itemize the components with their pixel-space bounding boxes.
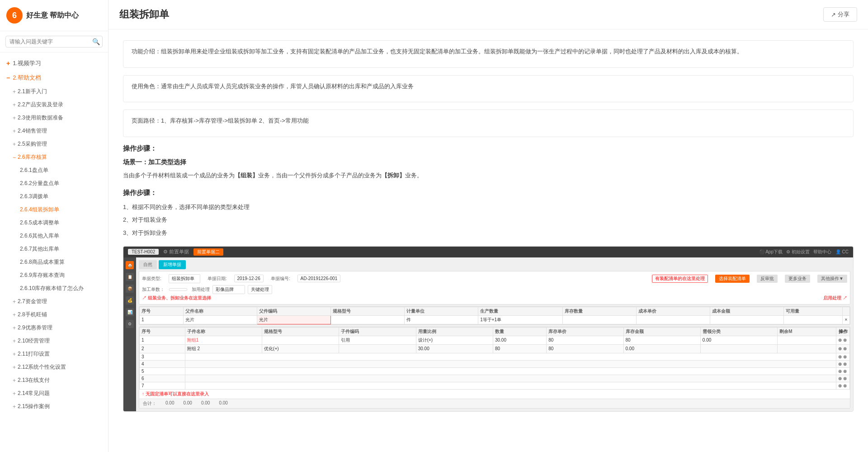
sidebar-item-262[interactable]: 2.6.2分量盘点单 — [0, 177, 108, 190]
screenshot-r2-4-ops: ⊕ ⊗ — [836, 360, 850, 367]
sidebar-item-sales-label: 2.4销售管理 — [18, 127, 47, 135]
screenshot-r2-1-ops: ⊕ ⊗ — [836, 336, 850, 344]
main-header: 组装拆卸单 ↗ 分享 — [108, 0, 868, 29]
screenshot-toolbar: ⚙ 前置单据 — [163, 248, 189, 255]
sidebar-item-cases[interactable]: + 2.15操作案例 — [0, 400, 108, 413]
sidebar-item-personalize[interactable]: + 2.12系统个性化设置 — [0, 361, 108, 374]
sidebar-item-install[interactable]: + 2.2产品安装及登录 — [0, 98, 108, 111]
screenshot-th2-price: 库存单价 — [547, 327, 623, 336]
logo-icon: 6 — [6, 7, 23, 24]
sidebar-item-263[interactable]: 2.6.3调拨单 — [0, 190, 108, 203]
role-intro-text: 使用角色：通常由生产人员或库管人员完成拆装业务的操作，库管人员确认原材料的出库和… — [132, 81, 845, 92]
scene-desc: 当由多个子件材料组装成一个成品的业务为【组装】业务，当由一个父件拆分成多个子产品… — [123, 170, 854, 181]
sidebar-item-262-label: 2.6.2分量盘点单 — [20, 180, 59, 187]
sidebar-item-faq-label: 2.14常见问题 — [18, 390, 50, 397]
screenshot-total-label: 合计： — [143, 400, 156, 407]
screenshot-r2-2-qty: 80 — [493, 344, 546, 353]
screenshot-r2-3-ops: ⊕ ⊗ — [836, 353, 850, 360]
sidebar-item-267[interactable]: 2.6.7其他出库单 — [0, 243, 108, 256]
screenshot-count-label: 加工单数： — [142, 286, 165, 293]
sidebar-item-264-label: 2.6.4组装拆卸单 — [20, 206, 59, 214]
screenshot-r2-6-seq: 6 — [140, 375, 185, 382]
screenshot-r2-1-spec — [262, 336, 339, 344]
screenshot-count-val — [169, 288, 187, 291]
screenshot-r2-2-name: 附组 2 — [185, 344, 262, 353]
sidebar-item-269-label: 2.6.9库存账本查询 — [20, 271, 65, 279]
sidebar-item-inventory-label: 2.6库存核算 — [18, 153, 47, 161]
sidebar-item-inventory[interactable]: − 2.6库存核算 — [0, 151, 108, 164]
sidebar-item-finance[interactable]: + 2.7资金管理 — [0, 295, 108, 308]
screenshot-total-val2: 0.00 — [183, 400, 192, 407]
screenshot-r2-2-seq: 2 — [140, 344, 185, 353]
sidebar-item-mobile[interactable]: + 2.8手机旺铺 — [0, 308, 108, 321]
screenshot-th-unit1: 计量单位 — [405, 307, 478, 315]
sidebar-item-newcomer[interactable]: + 2.1新手入门 — [0, 85, 108, 98]
sidebar-item-sales[interactable]: + 2.4销售管理 — [0, 124, 108, 138]
screenshot-r2-7-seq: 7 — [140, 382, 185, 389]
sidebar-item-video[interactable]: + 1.视频学习 — [0, 56, 108, 71]
sidebar-item-prepare[interactable]: + 2.3使用前数据准备 — [0, 111, 108, 124]
step3: 3、对于拆卸业务 — [123, 228, 854, 239]
sidebar-nav: + 1.视频学习 − 2.帮助文档 + 2.1新手入门 + 2.2产品安装及登录… — [0, 52, 108, 452]
logo-text: 好生意 帮助中心 — [26, 11, 79, 20]
sidebar-item-2610-label: 2.6.10库存账本错了怎么办 — [20, 285, 84, 292]
screenshot-r2-2-ratio: 30.00 — [416, 344, 493, 353]
sidebar-item-prepare-label: 2.3使用前数据准备 — [18, 114, 63, 122]
collapse-icon: − — [6, 74, 10, 81]
sidebar-item-265[interactable]: 2.6.5成本调整单 — [0, 216, 108, 229]
screenshot-nav-icon2: 📋 — [126, 273, 134, 281]
main-content: 功能介绍：组装拆卸单用来处理企业组装或拆卸等加工业务，支持有固定装配清单的产品加… — [108, 29, 868, 452]
screenshot-r2-5-empty — [185, 367, 836, 375]
screenshot-r2-1-amt: 80 — [623, 336, 700, 344]
screenshot-th2-remain: 剩余M — [778, 327, 836, 336]
screenshot-row1-del[interactable]: × — [843, 315, 850, 324]
sidebar-item-268-label: 2.6.8商品成本重算 — [20, 258, 65, 266]
sidebar-item-operation[interactable]: + 2.10经营管理 — [0, 334, 108, 347]
path-intro-text: 页面路径：1、库存核算->库存管理->组装拆卸单 2、首页->常用功能 — [132, 115, 845, 127]
sidebar-item-266[interactable]: 2.6.6其他入库单 — [0, 229, 108, 243]
screenshot-select-bom-btn: 选择装配清单 — [715, 275, 750, 283]
sidebar-item-261[interactable]: 2.6.1盘点单 — [0, 164, 108, 177]
screenshot-nav-icon6: ⚙ — [126, 320, 134, 328]
screenshot-order-type-label: 单据类型: — [142, 276, 161, 282]
step1: 1、根据不同的业务，选择不同单据的类型来处理 — [123, 202, 854, 213]
screenshot-r2-2-ops: ⊕ ⊗ — [836, 344, 850, 353]
screenshot-annotation1: 有装配清单的在这里处理 — [652, 275, 708, 283]
screenshot-th-costamt: 成本金额 — [710, 307, 783, 315]
step2: 2、对于组装业务 — [123, 214, 854, 226]
screenshot-r2-2-code — [339, 344, 416, 353]
screenshot-r2-1-code: 引用 — [339, 336, 416, 344]
sidebar-item-payment-label: 2.13在线支付 — [18, 376, 50, 384]
sidebar-item-payment[interactable]: + 2.13在线支付 — [0, 374, 108, 387]
sidebar-item-faq[interactable]: + 2.14常见问题 — [0, 387, 108, 400]
sidebar-item-263-label: 2.6.3调拨单 — [20, 193, 48, 200]
screenshot-annotation4: ↑ 无固定清单可以直接在这里录入 — [139, 390, 850, 399]
sidebar-item-269[interactable]: 2.6.9库存账本查询 — [0, 269, 108, 282]
search-area[interactable]: 🔍 — [0, 31, 108, 52]
screenshot-annotation2: ↗ 组装业务、拆卸业务在这里选择 — [142, 295, 211, 301]
sidebar-item-purchase-label: 2.5采购管理 — [18, 140, 47, 148]
search-button[interactable]: 🔍 — [92, 38, 100, 45]
screenshot-th-code1: 父件编码 — [257, 307, 330, 315]
sidebar-item-docs[interactable]: − 2.帮助文档 — [0, 71, 108, 85]
screenshot-th2-seq: 序号 — [140, 327, 185, 336]
sidebar-item-coupon[interactable]: + 2.9优惠券管理 — [0, 321, 108, 334]
screenshot-row1-name: 光片 — [183, 315, 257, 324]
sidebar-item-purchase[interactable]: + 2.5采购管理 — [0, 138, 108, 151]
screenshot-r2-7-ops: ⊕ ⊗ — [836, 382, 850, 389]
screenshot-r2-1-seq: 1 — [140, 336, 185, 344]
sidebar-item-finance-label: 2.7资金管理 — [18, 298, 47, 305]
search-input[interactable] — [5, 36, 103, 48]
share-button[interactable]: ↗ 分享 — [823, 7, 857, 22]
screenshot-row1-code: 光片 — [257, 315, 330, 324]
screenshot-forward-btn: 前置单据二 — [193, 248, 223, 256]
screenshot-order-type-val: 组装拆卸单 — [169, 274, 200, 283]
sidebar-item-264[interactable]: 2.6.4组装拆卸单 — [0, 203, 108, 216]
sidebar-item-268[interactable]: 2.6.8商品成本重算 — [0, 256, 108, 269]
screenshot-r2-1-ratio: 设计(+) — [416, 336, 493, 344]
screenshot-nav-icon: 🏠 — [126, 261, 134, 269]
screenshot-right-icons: ⚫ App下载 ⚙ 初始设置 帮助中心 👤 CC — [759, 249, 849, 255]
sidebar-item-print[interactable]: + 2.11打印设置 — [0, 347, 108, 361]
sidebar-item-2610[interactable]: 2.6.10库存账本错了怎么办 — [0, 282, 108, 295]
screenshot-tab-new: 新增单据 — [159, 260, 186, 269]
